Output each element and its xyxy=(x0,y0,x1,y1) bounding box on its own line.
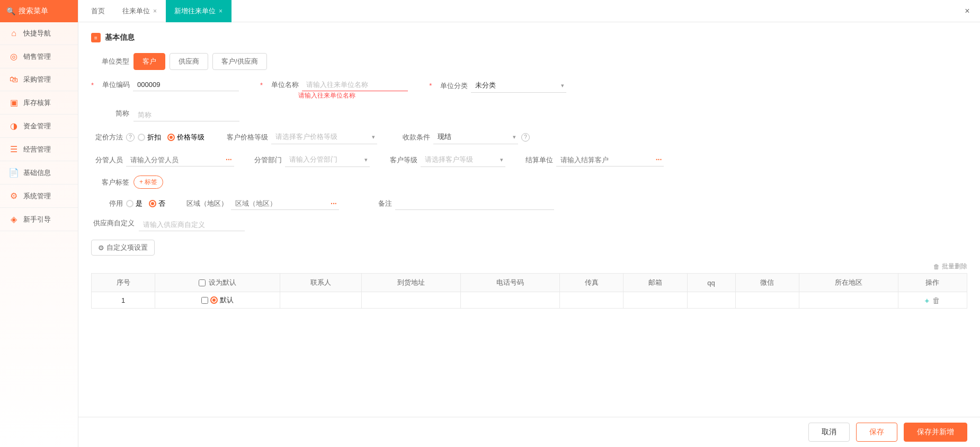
region-label: 区域（地区） xyxy=(186,199,228,208)
section-title: 基本信息 xyxy=(105,33,135,42)
add-tag-button[interactable]: + 标签 xyxy=(133,176,163,189)
sidebar-item-operation[interactable]: ☰ 经营管理 xyxy=(0,138,78,161)
sidebar-item-guide[interactable]: ◈ 新手引导 xyxy=(0,208,78,231)
tab-partner-list-close[interactable]: × xyxy=(153,8,157,14)
inventory-icon: ▣ xyxy=(8,98,19,108)
type-btn-both[interactable]: 客户/供应商 xyxy=(212,53,267,70)
type-btn-customer[interactable]: 客户 xyxy=(133,53,165,70)
save-new-button[interactable]: 保存并新增 xyxy=(904,423,967,442)
pricing-discount-option[interactable]: 折扣 xyxy=(138,133,161,142)
customer-level-field: 客户等级 请选择客户等级 ▾ xyxy=(386,153,505,167)
manager-label: 分管人员 xyxy=(91,155,123,165)
sidebar-item-basic[interactable]: 📄 基础信息 xyxy=(0,161,78,185)
purchase-icon: 🛍 xyxy=(8,75,19,84)
department-select[interactable]: 请输入分管部门 ▾ xyxy=(285,153,370,167)
sidebar-item-inventory[interactable]: ▣ 库存核算 xyxy=(0,91,78,115)
unit-name-input[interactable] xyxy=(302,78,408,91)
cell-seq: 1 xyxy=(92,292,155,309)
sidebar-item-finance[interactable]: ◑ 资金管理 xyxy=(0,115,78,138)
sidebar-item-quick-nav[interactable]: ⌂ 快捷导航 xyxy=(0,22,78,45)
table-body: 1 默认 xyxy=(92,292,967,309)
disabled-no-radio[interactable] xyxy=(149,200,156,207)
cancel-button[interactable]: 取消 xyxy=(808,423,850,442)
col-action: 操作 xyxy=(898,274,967,292)
home-icon: ⌂ xyxy=(8,29,19,38)
manager-more-button[interactable]: ··· xyxy=(224,155,234,164)
pricing-discount-radio[interactable] xyxy=(138,134,145,141)
remark-input[interactable] xyxy=(395,197,554,210)
sidebar-item-system[interactable]: ⚙ 系统管理 xyxy=(0,185,78,208)
section-header: ≡ 基本信息 xyxy=(91,33,967,42)
finance-icon: ◑ xyxy=(8,121,19,131)
supplier-custom-input[interactable] xyxy=(139,218,245,231)
disabled-no-option[interactable]: 否 xyxy=(149,199,165,208)
table-header: 序号 设为默认 联系人 到货地址 电话号码 传真 邮箱 qq xyxy=(92,274,967,292)
sidebar-item-label: 系统管理 xyxy=(23,191,51,201)
supplier-custom-label: 供应商自定义 xyxy=(93,219,135,227)
region-field: 区域（地区） ··· xyxy=(186,197,339,210)
disabled-yes-option[interactable]: 是 xyxy=(126,199,142,208)
pricing-method-field: 定价方法 ? 折扣 价格等级 xyxy=(91,133,204,142)
short-name-label: 简称 xyxy=(115,109,129,117)
customer-price-select[interactable]: 请选择客户价格等级 ▾ xyxy=(271,130,377,144)
settlement-input[interactable] xyxy=(556,154,654,166)
save-button[interactable]: 保存 xyxy=(856,423,897,442)
default-radio[interactable] xyxy=(210,296,218,304)
cell-contact xyxy=(280,292,362,309)
region-input-wrapper: ··· xyxy=(231,197,339,210)
tab-partner-list[interactable]: 往来单位 × xyxy=(114,0,166,22)
manager-row: 分管人员 ··· 分管部门 请输入分管部门 ▾ 客户等级 请选择客户等级 ▾ xyxy=(91,153,967,167)
chevron-down-icon3: ▾ xyxy=(513,134,518,141)
pricing-level-option[interactable]: 价格等级 xyxy=(167,133,204,142)
tab-new-partner-close[interactable]: × xyxy=(219,8,222,14)
default-radio-option[interactable]: 默认 xyxy=(210,295,234,305)
region-more-button[interactable]: ··· xyxy=(328,199,339,208)
manager-input[interactable] xyxy=(126,154,224,166)
batch-delete-icon: 🗑 xyxy=(933,263,940,270)
sidebar-item-purchase[interactable]: 🛍 采购管理 xyxy=(0,68,78,91)
pricing-level-radio[interactable] xyxy=(167,134,175,141)
sidebar-item-label: 新手引导 xyxy=(23,215,51,224)
add-row-button[interactable]: + xyxy=(925,296,930,305)
batch-delete-button[interactable]: 🗑 批量删除 xyxy=(933,262,967,271)
pricing-help-icon[interactable]: ? xyxy=(126,133,135,142)
customer-level-label: 客户等级 xyxy=(386,155,417,165)
required-star: * xyxy=(91,81,94,89)
col-seq: 序号 xyxy=(92,274,155,292)
batch-delete-label: 批量删除 xyxy=(942,262,967,271)
disabled-yes-label: 是 xyxy=(136,199,142,208)
sidebar-item-sales[interactable]: ◎ 销售管理 xyxy=(0,45,78,68)
unit-category-select[interactable]: 未分类 ▾ xyxy=(471,78,566,93)
custom-settings-button[interactable]: ⚙ 自定义项设置 xyxy=(91,240,155,256)
unit-code-input[interactable] xyxy=(133,78,239,91)
tab-home[interactable]: 首页 xyxy=(83,0,114,22)
payment-terms-select[interactable]: 现结 ▾ xyxy=(433,130,518,144)
main-area: 首页 往来单位 × 新增往来单位 × × ≡ 基本信息 单位类型 客户 供应商 … xyxy=(78,0,980,447)
col-wechat: 微信 xyxy=(735,274,799,292)
unit-type-buttons: 客户 供应商 客户/供应商 xyxy=(133,53,267,70)
short-name-input[interactable] xyxy=(133,109,239,121)
code-name-category-row: * 单位编码 * 单位名称 请输入往来单位名称 * 单位分类 未分类 xyxy=(91,78,967,100)
region-input[interactable] xyxy=(231,197,328,209)
table-toolbar: 🗑 批量删除 xyxy=(91,262,967,271)
disabled-yes-radio[interactable] xyxy=(126,200,133,207)
add-tag-label: + 标签 xyxy=(139,178,157,187)
disabled-no-label: 否 xyxy=(158,199,165,208)
section-icon: ≡ xyxy=(91,33,101,42)
delete-row-button[interactable]: 🗑 xyxy=(932,296,940,305)
default-label: 默认 xyxy=(220,295,234,305)
pricing-level-label: 价格等级 xyxy=(177,133,204,142)
payment-terms-help-icon[interactable]: ? xyxy=(521,133,530,142)
settlement-more-button[interactable]: ··· xyxy=(654,155,664,164)
settlement-label: 结算单位 xyxy=(521,155,553,165)
customer-level-select[interactable]: 请选择客户等级 ▾ xyxy=(421,153,505,167)
customer-price-label: 客户价格等级 xyxy=(226,133,268,142)
window-close-button[interactable]: × xyxy=(959,3,976,20)
tab-new-partner[interactable]: 新增往来单位 × xyxy=(166,0,231,22)
row-checkbox[interactable] xyxy=(201,297,208,304)
select-all-checkbox[interactable] xyxy=(199,279,206,286)
sidebar-search[interactable]: 🔍 搜索菜单 xyxy=(0,0,78,22)
table-row: 1 默认 xyxy=(92,292,967,309)
unit-code-field: * 单位编码 xyxy=(91,78,239,91)
type-btn-supplier[interactable]: 供应商 xyxy=(170,53,208,70)
